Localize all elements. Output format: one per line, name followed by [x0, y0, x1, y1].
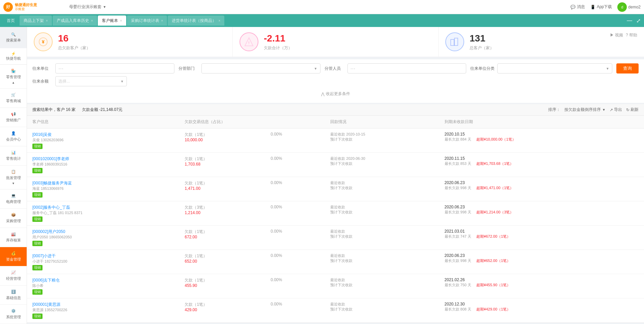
sidebar-item-finance[interactable]: 💰 资金管理	[0, 247, 27, 266]
view-btn[interactable]: ▶ 视频	[610, 32, 623, 38]
tab-minimize-btn[interactable]: —	[626, 17, 633, 25]
cell-debt-pct-0: 0.00%	[262, 128, 325, 153]
operations-label: 经营管理	[6, 276, 21, 281]
sidebar-item-quick-nav[interactable]: ⚡ 快捷导航	[0, 48, 27, 65]
search-menu-btn[interactable]: 🔍 搜索菜单	[3, 30, 24, 46]
customer-name-7[interactable]: [000001]黄思源	[32, 302, 174, 307]
sidebar-item-inventory[interactable]: 🏭 库存核算	[0, 228, 27, 247]
user-area[interactable]: d demo2	[617, 2, 641, 12]
tab-customer-account-close[interactable]: ×	[120, 19, 122, 23]
unit-category-select[interactable]: ▼	[497, 63, 612, 73]
customer-phone-6: 陈小希	[32, 283, 174, 288]
refresh-btn[interactable]: ↻ 刷新	[626, 107, 639, 113]
tab-home[interactable]: 首页	[3, 16, 19, 26]
sidebar-item-operations[interactable]: 📈 经营管理	[0, 266, 27, 286]
filter-area: 往来单位 ··· 分管部门 ▼ 分管人员 ···	[27, 59, 644, 103]
cell-due-date-3: 2020.06.23 最长欠款 998 天 超期¥1,214.00（3笔）	[439, 201, 644, 226]
stat-content-debt-amount: -2.11 欠款合计（万）	[264, 33, 292, 51]
customer-name-6[interactable]: [0006]去下粮仓	[32, 277, 174, 283]
dept-chevron: ▼	[314, 67, 317, 70]
balance-select[interactable]: 选择... ▼	[55, 76, 127, 86]
debt-customers-label: 总欠款客户（家）	[58, 45, 90, 51]
collapse-btn[interactable]: ⋀ 收起更多条件	[32, 89, 639, 99]
debt-pct-3: 0.00%	[271, 205, 282, 209]
sidebar-item-retail-mgmt[interactable]: 🏪 零售管理 ▲	[0, 65, 27, 89]
sort-select[interactable]: 按欠款金额倒序排序 ▼	[564, 107, 606, 113]
customer-name-0[interactable]: [0016]吴俊	[32, 132, 174, 138]
next-collection-6: 预计下次收款	[330, 283, 433, 288]
app-download-label: App下载	[597, 4, 612, 10]
overdue-amount-0[interactable]: 超期¥10,000.00（1笔）	[476, 137, 515, 141]
cell-debt-info-3: 欠款（3笔） 1,214.00	[179, 201, 262, 226]
tab-product-status[interactable]: 商品上下架 ×	[20, 16, 52, 26]
sidebar-item-ecommerce[interactable]: 💻 电商管理	[0, 189, 27, 209]
cell-collection-3: 最近收款 预计下次收款	[325, 201, 439, 226]
sidebar-item-basic-info[interactable]: ℹ️ 基础信息	[0, 286, 27, 305]
tab-purchase-stats[interactable]: 进货单统计表（按商品） ×	[168, 16, 224, 26]
cell-debt-info-2: 欠款（1笔） 1,471.00	[179, 177, 262, 201]
tab-maximize-btn[interactable]: ⤢	[636, 17, 641, 25]
sidebar-item-batch-mgmt[interactable]: 📋 批发管理 ▼	[0, 166, 27, 189]
help-btn[interactable]: ? 帮助	[626, 32, 637, 38]
overdue-amount-1[interactable]: 超期¥1,703.68（1笔）	[476, 161, 513, 166]
table-row: [0002]服务中心_丁磊 服务中心_丁磊 181 0125 8371 现销 欠…	[27, 201, 644, 226]
tab-product-history-close[interactable]: ×	[91, 19, 93, 23]
tab-purchase-stats-close[interactable]: ×	[218, 19, 220, 23]
app-download-btn[interactable]: 📱 App下载	[590, 4, 612, 10]
from-unit-input[interactable]: ···	[55, 63, 174, 73]
debt-amount-3[interactable]: 1,214.00	[185, 210, 257, 215]
stat-card-debt-customers: ¥ 16 总欠款客户（家）	[27, 27, 233, 57]
next-collection-4: 预计下次收款	[330, 234, 433, 239]
result-actions: 排序： 按欠款金额倒序排序 ▼ ↗ 导出 ↻ 刷新	[548, 107, 639, 113]
sidebar-item-retail-stats[interactable]: 📊 零售统计	[0, 146, 27, 166]
tab-purchase-order-close[interactable]: ×	[161, 19, 163, 23]
sidebar-item-purchase-mgmt[interactable]: 📦 采购管理	[0, 209, 27, 228]
tab-product-status-close[interactable]: ×	[46, 19, 48, 23]
company-selector[interactable]: 母婴行业演示账套 ▼	[69, 4, 570, 10]
search-button[interactable]: 查询	[616, 63, 639, 73]
overdue-amount-2[interactable]: 超期¥1,471.00（1笔）	[476, 186, 513, 190]
customer-name-3[interactable]: [0002]服务中心_丁磊	[32, 205, 174, 210]
tab-product-history[interactable]: 产成品入库单历史 ×	[53, 16, 97, 26]
debt-count-5: 欠款（1笔）	[185, 253, 257, 259]
debt-amount-5[interactable]: 652.00	[185, 259, 257, 264]
tab-customer-account[interactable]: 客户账本 ×	[98, 16, 126, 26]
debt-amount-4[interactable]: 672.00	[185, 235, 257, 239]
debt-amount-0[interactable]: 10,000.00	[185, 138, 257, 142]
tab-bar-actions: — ⤢	[626, 17, 641, 25]
overdue-amount-7[interactable]: 超期¥429.00（1笔）	[476, 307, 510, 311]
tab-home-label: 首页	[7, 18, 15, 24]
svg-rect-5	[454, 38, 458, 46]
cell-due-date-6: 2021.02.26 最长欠款 750 天 超期¥455.90（1笔）	[439, 274, 644, 298]
overdue-amount-6[interactable]: 超期¥455.90（1笔）	[476, 283, 510, 287]
filter-balance: 往来余额 选择... ▼	[32, 76, 127, 86]
tab-purchase-order[interactable]: 采购订单统计表 ×	[127, 16, 167, 26]
overdue-amount-4[interactable]: 超期¥672.00（1笔）	[476, 234, 510, 238]
customer-tag-2: 现销	[32, 192, 43, 198]
sidebar-item-retail-mall[interactable]: 🛒 零售商城	[0, 89, 27, 108]
customer-name-1[interactable]: [0001020001]李老师	[32, 156, 174, 162]
sidebar-item-member[interactable]: 👤 会员中心	[0, 127, 27, 146]
person-input[interactable]: ···	[347, 63, 467, 73]
debt-amount-6[interactable]: 455.90	[185, 283, 257, 288]
debt-amount-2[interactable]: 1,471.00	[185, 186, 257, 191]
export-btn[interactable]: ↗ 导出	[610, 107, 622, 113]
overdue-amount-3[interactable]: 超期¥1,214.00（3笔）	[476, 210, 513, 214]
customer-name-4[interactable]: [000002]用户2050	[32, 229, 174, 235]
retail-stats-icon: 📊	[11, 150, 16, 155]
dept-select[interactable]: ▼	[201, 63, 320, 73]
sidebar-item-marketing[interactable]: 📢 营销推广	[0, 108, 27, 127]
debt-pct-2: 0.00%	[271, 180, 282, 185]
sidebar-item-sys-mgmt[interactable]: ⚙️ 系统管理	[0, 305, 27, 324]
message-btn[interactable]: 💬 消息	[570, 4, 585, 10]
message-label: 消息	[577, 4, 585, 10]
debt-amount-7[interactable]: 429.00	[185, 307, 257, 312]
customer-name-5[interactable]: [0007]小进干	[32, 253, 174, 259]
debt-amount-1[interactable]: 1,703.68	[185, 162, 257, 167]
overdue-amount-5[interactable]: 超期¥652.00（1笔）	[476, 259, 510, 263]
customer-tag-3: 现销	[32, 216, 43, 222]
overdue-info-7: 最长欠款 808 天 超期¥429.00（1笔）	[445, 306, 639, 312]
overdue-info-0: 最长欠款 884 天 超期¥10,000.00（1笔）	[445, 137, 639, 142]
debt-pct-6: 0.00%	[271, 277, 282, 282]
customer-name-2[interactable]: [0003]畅捷服务尹海蓝	[32, 180, 174, 186]
